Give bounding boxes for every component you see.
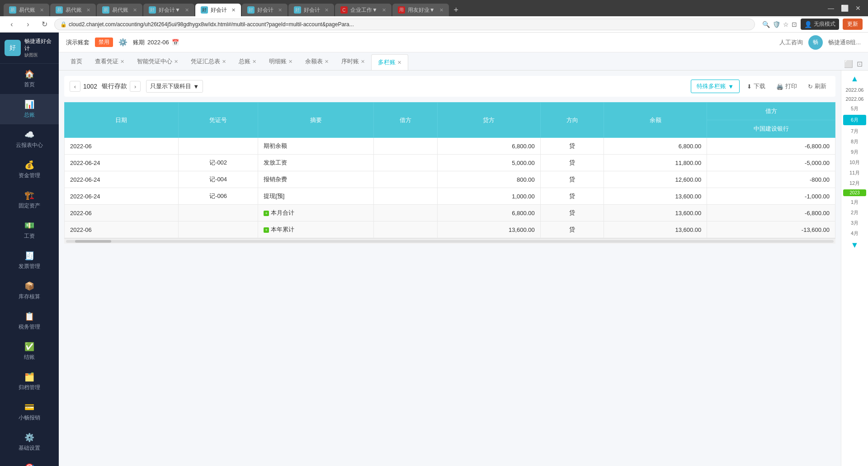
tab-close-5[interactable]: ✕: [231, 7, 236, 13]
timeline-date-2022-06-a[interactable]: 2022.06: [841, 85, 868, 94]
tab-voucher-summary[interactable]: 凭证汇总表 ✕: [184, 54, 232, 70]
sidebar-item-archive[interactable]: 🗂️ 归档管理: [0, 367, 59, 397]
search-icon[interactable]: 🔍: [762, 21, 770, 28]
timeline-date-jan[interactable]: 1月: [841, 197, 868, 207]
browser-tab-9[interactable]: 用 用友好业▼ ✕: [392, 4, 449, 16]
cell-voucher-link[interactable]: 记-002: [178, 155, 258, 171]
cell-direction: 贷: [540, 138, 604, 155]
timeline-date-feb[interactable]: 2月: [841, 207, 868, 218]
tab-close-3[interactable]: ✕: [133, 7, 137, 13]
tab-voucher-summary-close[interactable]: ✕: [222, 59, 226, 65]
timeline-date-november[interactable]: 11月: [841, 168, 868, 178]
next-account-button[interactable]: ›: [130, 81, 141, 92]
download-button[interactable]: ⬇ 下载: [743, 80, 769, 93]
prev-account-button[interactable]: ‹: [70, 81, 80, 92]
browser-tab-2[interactable]: 易 易代账 ✕: [50, 4, 96, 16]
timeline-date-2022-06-b[interactable]: 2022.06: [841, 94, 868, 104]
timeline-date-september[interactable]: 9月: [841, 147, 868, 157]
tab-close-6[interactable]: ✕: [278, 7, 282, 13]
minimize-button[interactable]: —: [825, 2, 837, 14]
tab-close-7[interactable]: ✕: [325, 7, 329, 13]
cell-voucher-link[interactable]: 记-004: [178, 171, 258, 188]
refresh-nav-button[interactable]: ↻: [38, 18, 51, 31]
sidebar-item-inventory[interactable]: 📦 库存核算: [0, 276, 59, 306]
timeline-date-mar[interactable]: 3月: [841, 218, 868, 228]
calendar-icon[interactable]: 📅: [172, 39, 179, 46]
sidebar-item-cloud[interactable]: ☁️ 云报表中心: [0, 124, 59, 155]
sidebar-item-salary[interactable]: 💵 工资: [0, 215, 59, 245]
timeline-date-august[interactable]: 8月: [841, 137, 868, 147]
sidebar-item-invoice[interactable]: 🧾 发票管理: [0, 245, 59, 276]
maximize-button[interactable]: ⬜: [838, 2, 851, 14]
tab-detail-ledger[interactable]: 明细账 ✕: [263, 54, 299, 70]
sidebar-item-settings[interactable]: ⚙️ 基础设置: [0, 427, 59, 457]
timeline-date-apr[interactable]: 4月: [841, 228, 868, 239]
timeline-date-may[interactable]: 5月: [841, 104, 868, 114]
tab-smart-voucher[interactable]: 智能凭证中心 ✕: [131, 54, 184, 70]
tab-detail-ledger-close[interactable]: ✕: [288, 59, 292, 65]
horizontal-scrollbar[interactable]: [64, 238, 835, 244]
timeline-date-june[interactable]: 6月: [843, 115, 866, 125]
sidebar-item-close[interactable]: ✅ 结账: [0, 336, 59, 367]
tab-balance[interactable]: 余额表 ✕: [299, 54, 335, 70]
cell-credit: 13,600.00: [437, 221, 540, 238]
browser-tab-8[interactable]: C 企业工作▼ ✕: [335, 4, 392, 16]
sidebar-item-expense[interactable]: 💳 小畅报销: [0, 397, 59, 427]
no-trace-button[interactable]: 👤 无痕模式: [801, 19, 839, 30]
tab-close-2[interactable]: ✕: [86, 7, 90, 13]
timeline-year-2023[interactable]: 2023: [843, 189, 866, 196]
tab-general-ledger-close[interactable]: ✕: [252, 59, 256, 65]
tab-view-voucher[interactable]: 查看凭证 ✕: [89, 54, 131, 70]
sidebar-item-fund[interactable]: 💰 资金管理: [0, 155, 59, 185]
timeline-down-button[interactable]: ▼: [849, 239, 861, 252]
timeline-date-july[interactable]: 7月: [841, 126, 868, 137]
star-icon[interactable]: ☆: [783, 21, 789, 28]
browser-tab-5[interactable]: 好 好会计 ✕: [195, 4, 241, 16]
browser-tab-3[interactable]: 易 易代账 ✕: [97, 4, 142, 16]
tab-smart-voucher-close[interactable]: ✕: [174, 59, 178, 65]
timeline-date-october[interactable]: 10月: [841, 157, 868, 168]
topbar-settings-icon[interactable]: ⚙️: [118, 38, 127, 47]
collapse-tabs-button[interactable]: ⬜: [844, 60, 853, 68]
tab-journal[interactable]: 序时账 ✕: [335, 54, 371, 70]
expand-tabs-button[interactable]: ⊡: [857, 60, 863, 68]
tab-close-4[interactable]: ✕: [185, 7, 189, 13]
update-button[interactable]: 更新: [843, 19, 863, 30]
filter-select[interactable]: 只显示下级科目 ▼: [146, 80, 203, 93]
tab-home[interactable]: 首页: [64, 54, 89, 70]
browser-tab-6[interactable]: 好 好会计 ✕: [242, 4, 288, 16]
tab-close-8[interactable]: ✕: [382, 7, 386, 13]
forward-button[interactable]: ›: [22, 18, 34, 31]
tab-close-1[interactable]: ✕: [40, 7, 44, 13]
cell-balance: 6,800.00: [604, 138, 707, 155]
refresh-button[interactable]: ↻ 刷新: [804, 80, 830, 93]
sidebar-icon[interactable]: ⊡: [792, 21, 797, 28]
consult-label[interactable]: 人工咨询: [779, 38, 803, 47]
sidebar-item-guide[interactable]: 🎯 新手引导: [0, 457, 59, 466]
tab-multi-column-close[interactable]: ✕: [397, 60, 401, 66]
print-button[interactable]: 🖨️ 打印: [773, 80, 801, 93]
tab-multi-column[interactable]: 多栏账 ✕: [371, 54, 408, 71]
tab-balance-close[interactable]: ✕: [325, 59, 329, 65]
url-bar[interactable]: 🔒 cloud2.chanjet.com/accounting/uh26t264…: [54, 19, 755, 30]
browser-tab-7[interactable]: 好 好会计 ✕: [288, 4, 334, 16]
sidebar-item-assets[interactable]: 🏗️ 固定资产: [0, 185, 59, 215]
timeline-up-button[interactable]: ▲: [849, 72, 861, 85]
tab-general-ledger[interactable]: 总账 ✕: [232, 54, 263, 70]
browser-tab-4[interactable]: 好 好会计▼ ✕: [143, 4, 194, 16]
timeline-date-december[interactable]: 12月: [841, 178, 868, 188]
special-multicolumn-button[interactable]: 特殊多栏账 ▼: [691, 80, 740, 93]
shield-icon[interactable]: 🛡️: [773, 21, 780, 28]
tab-journal-close[interactable]: ✕: [361, 59, 365, 65]
sidebar-item-home[interactable]: 🏠 首页: [0, 64, 59, 94]
tab-view-voucher-close[interactable]: ✕: [120, 59, 124, 65]
new-tab-button[interactable]: +: [450, 4, 462, 16]
cell-voucher-link[interactable]: 记-006: [178, 188, 258, 205]
close-button[interactable]: ✕: [852, 2, 864, 14]
sidebar-item-tax[interactable]: 📋 税务管理: [0, 306, 59, 336]
tab-close-9[interactable]: ✕: [439, 7, 443, 13]
scroll-thumb[interactable]: [75, 240, 111, 243]
sidebar-item-ledger[interactable]: 📊 总账: [0, 94, 59, 124]
browser-tab-1[interactable]: 易 易代账 ✕: [4, 4, 49, 16]
back-button[interactable]: ‹: [5, 18, 18, 31]
